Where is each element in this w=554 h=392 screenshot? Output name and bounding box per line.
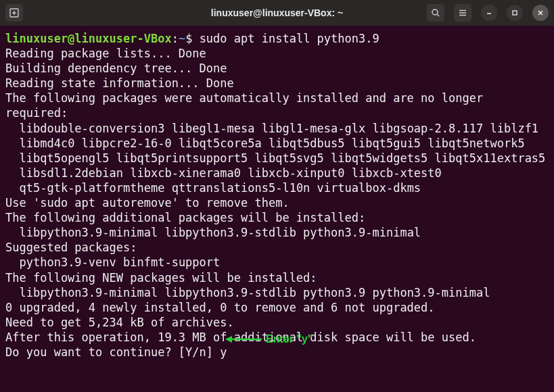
menu-button[interactable] [454,4,471,22]
output-line: libsdl1.2debian libxcb-xinerama0 libxcb-… [5,166,549,180]
output-line: libpython3.9-minimal libpython3.9-stdlib… [5,225,549,240]
prompt-path: ~ [179,32,185,45]
continue-input: y [220,345,227,359]
output-line: The following packages were automaticall… [5,91,549,120]
svg-marker-13 [225,336,232,343]
minimize-button[interactable] [481,5,497,21]
hamburger-icon [458,8,467,18]
annotation: Enter "y" [225,333,313,347]
minimize-icon [485,9,493,17]
command-text: sudo apt install python3.9 [192,32,379,45]
output-line: Building dependency tree... Done [5,61,549,76]
output-line: Reading state information... Done [5,76,549,91]
maximize-button[interactable] [507,5,523,21]
output-line: libpython3.9-minimal libpython3.9-stdlib… [5,285,549,300]
search-button[interactable] [427,4,444,22]
new-tab-button[interactable] [5,4,23,22]
output-line: python3.9-venv binfmt-support [5,255,549,270]
titlebar: linuxuser@linuxuser-VBox: ~ [0,0,554,26]
arrow-left-icon [225,335,262,343]
titlebar-right-controls [427,4,549,22]
svg-rect-9 [513,11,517,15]
output-line: Use 'sudo apt autoremove' to remove them… [5,195,549,210]
close-button[interactable] [532,5,549,21]
search-icon [431,8,440,18]
continue-prompt: Do you want to continue? [Y/n] [5,345,220,359]
output-line: libmd4c0 libpcre2-16-0 libqt5core5a libq… [5,136,549,151]
output-line: Need to get 5,234 kB of archives. [5,315,549,330]
output-line: qt5-gtk-platformtheme qttranslations5-l1… [5,180,549,195]
output-line: libdouble-conversion3 libegl1-mesa libgl… [5,121,549,136]
prompt-colon: : [172,32,179,45]
close-icon [536,9,545,17]
prompt-line: linuxuser@linuxuser-VBox:~$ sudo apt ins… [5,31,549,46]
prompt-dollar: $ [185,32,192,45]
titlebar-left-controls [5,4,23,22]
output-line: Suggested packages: [5,240,549,255]
continue-line: Do you want to continue? [Y/n] y [5,345,549,360]
svg-point-3 [432,9,438,15]
output-line: 0 upgraded, 4 newly installed, 0 to remo… [5,300,549,315]
svg-line-4 [437,14,439,16]
window-title: linuxuser@linuxuser-VBox: ~ [211,7,343,19]
maximize-icon [511,9,519,17]
output-line: Reading package lists... Done [5,46,549,61]
new-tab-icon [9,8,19,18]
output-line: libqt5opengl5 libqt5printsupport5 libqt5… [5,151,549,166]
annotation-label: Enter "y" [266,333,313,347]
output-line: The following NEW packages will be insta… [5,270,549,285]
output-line: The following additional packages will b… [5,210,549,225]
prompt-user: linuxuser@linuxuser-VBox [5,32,172,45]
